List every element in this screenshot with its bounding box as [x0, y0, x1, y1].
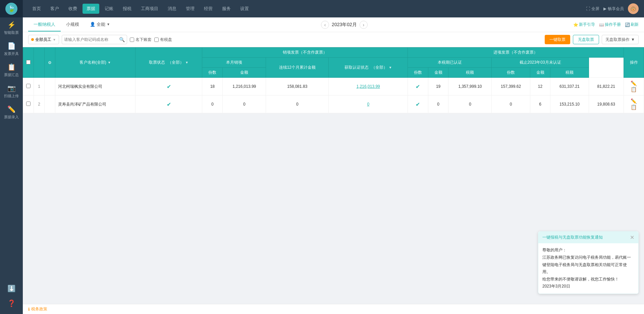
- row-p-amount2: 153,215.10: [550, 96, 589, 113]
- row-cert-status: ✔: [408, 96, 428, 113]
- th-until-date-uncertified: 截止2023年03月未认证: [492, 58, 589, 68]
- th-this-month-sales: 本月销项: [202, 58, 266, 68]
- status-bar: ℹ 税务政策: [23, 304, 644, 314]
- tab-small-scale[interactable]: 小规模: [61, 18, 85, 32]
- copy-icon[interactable]: 📋: [631, 104, 637, 110]
- row-settings: [45, 78, 55, 96]
- one-click-fetch-button[interactable]: 一键取票: [545, 35, 570, 44]
- member-button[interactable]: ▶ 畅享会员: [603, 6, 624, 12]
- nav-manage[interactable]: 管理: [182, 4, 199, 14]
- nav-bookkeeping[interactable]: 记账: [101, 4, 117, 14]
- search-box: 🔍: [62, 35, 127, 44]
- toolbar-right: 一键取票 无盘取票 无盘取票操作 ▼: [545, 35, 639, 44]
- checkbox-account-input[interactable]: [130, 38, 134, 42]
- sidebar-item-invoice-summary[interactable]: 📋 票据汇总: [0, 60, 23, 81]
- scan-upload-icon: 📷: [7, 84, 16, 92]
- sidebar-item-scan-upload[interactable]: 📷 扫描上传: [0, 81, 23, 102]
- dropdown-arrow-icon: ▼: [631, 37, 635, 42]
- sidebar-item-smart-fetch[interactable]: ⚡ 智能取票: [0, 17, 23, 39]
- search-icon[interactable]: 🔍: [119, 37, 125, 42]
- nav-tax[interactable]: 报税: [119, 4, 136, 14]
- nav-settings[interactable]: 设置: [236, 4, 253, 14]
- download-icon: ⬇️: [7, 285, 16, 293]
- nav-invoice[interactable]: 票据: [83, 4, 99, 14]
- smart-fetch-icon: ⚡: [7, 21, 16, 29]
- row-checkbox[interactable]: [23, 96, 34, 113]
- employee-select[interactable]: 全部员工 ▼: [28, 35, 59, 44]
- row-s-count: 0: [202, 96, 223, 113]
- search-input[interactable]: [64, 37, 118, 42]
- nav-service[interactable]: 服务: [218, 4, 235, 14]
- nav-customer[interactable]: 客户: [46, 4, 63, 14]
- row-s-12m: 0: [329, 96, 408, 113]
- row-s-amount: 0: [223, 96, 266, 113]
- tab-general-taxpayer[interactable]: 一般纳税人: [28, 18, 61, 32]
- no-disk-fetch-button[interactable]: 无盘取票: [573, 35, 599, 44]
- notification-title: 一键报税与无盘取票功能恢复通知: [542, 235, 603, 240]
- copy-icon[interactable]: 📋: [631, 86, 637, 92]
- sidebar-item-help[interactable]: ❓: [0, 296, 23, 311]
- issue-invoice-icon: 📄: [7, 42, 16, 50]
- person-icon: 👤: [90, 22, 95, 27]
- nav-billing[interactable]: 收费: [64, 4, 81, 14]
- edit-icon[interactable]: ✏️: [631, 98, 637, 104]
- guide-icon: ⭐: [573, 22, 578, 27]
- row-actions: ✏️ 📋: [624, 96, 644, 113]
- sidebar-item-download[interactable]: ⬇️: [0, 281, 23, 296]
- cert-status-filter-icon[interactable]: ▼: [389, 66, 392, 69]
- row-p-amount2: 631,337.21: [550, 78, 589, 96]
- top-navigation: 首页 客户 收费 票据 记账 报税 工商项目 消息 管理 经营 服务 设置 ⛶ …: [23, 0, 644, 17]
- edit-icon[interactable]: ✏️: [631, 80, 637, 86]
- sidebar-item-label: 智能取票: [4, 30, 19, 35]
- new-guide-button[interactable]: ⭐ 新手引导: [573, 22, 595, 27]
- checkbox-account[interactable]: 名下账套: [130, 37, 152, 43]
- avatar[interactable]: 🐵: [628, 3, 639, 14]
- book-icon: 📖: [599, 22, 604, 27]
- th-p-tax1: 税额: [448, 68, 492, 78]
- th-p-tax2: 税额: [550, 68, 589, 78]
- row-p-count2: 6: [530, 96, 550, 113]
- tab-all[interactable]: 👤 全能 ▼: [85, 18, 115, 32]
- row-p-tax1: 157,399.62: [492, 78, 530, 96]
- sidebar-item-data-entry[interactable]: ✏️ 票据录入: [0, 102, 23, 123]
- th-purchase-invoice-group: 进项发票（不含作废票）: [408, 48, 624, 58]
- no-disk-ops-button[interactable]: 无盘取票操作 ▼: [602, 35, 639, 44]
- sidebar: 🍃 ⚡ 智能取票 📄 发票开具 📋 票据汇总 📷 扫描上传 ✏️ 票据录入 ⬇️…: [0, 0, 23, 314]
- nav-operation[interactable]: 经营: [200, 4, 217, 14]
- manual-button[interactable]: 📖 操作手册: [599, 22, 621, 27]
- row-p-amount1: 0: [448, 96, 492, 113]
- select-all-checkbox[interactable]: [26, 60, 31, 64]
- fetch-status-filter-icon[interactable]: ▼: [185, 61, 189, 64]
- notification-close-button[interactable]: ✕: [630, 234, 634, 241]
- sidebar-item-issue-invoice[interactable]: 📄 发票开具: [0, 39, 23, 60]
- row-checkbox[interactable]: [23, 78, 34, 96]
- nav-business[interactable]: 工商项目: [137, 4, 162, 14]
- customer-filter-icon[interactable]: ▼: [108, 61, 111, 64]
- nav-home[interactable]: 首页: [28, 4, 45, 14]
- row-p-tax1: 0: [492, 96, 530, 113]
- fullscreen-button[interactable]: ⛶ 全屏: [586, 6, 599, 12]
- prev-month-button[interactable]: ‹: [321, 21, 329, 29]
- refresh-button[interactable]: 🔄 刷新: [625, 22, 639, 27]
- th-cert-status: 获取认证状态（全部） ▼: [329, 58, 408, 78]
- row-s-12m: 1,216,013.99: [329, 78, 408, 96]
- notification-panel: 一键报税与无盘取票功能恢复通知 ✕ 尊敬的用户： 江苏政务网已恢复访问电子税务局…: [538, 231, 639, 294]
- top-right-actions: ⛶ 全屏 ▶ 畅享会员 🐵: [586, 3, 639, 14]
- dropdown-icon: ▼: [53, 38, 56, 42]
- th-customer-name: 客户名称(全部) ▼: [55, 48, 136, 78]
- row-index: 1: [34, 78, 45, 96]
- th-p-amount2: 金额: [530, 68, 550, 78]
- sidebar-logo: 🍃: [0, 0, 23, 17]
- tax-policy-link[interactable]: ℹ 税务政策: [28, 306, 47, 312]
- checkbox-tax-disk[interactable]: 有税盘: [154, 37, 172, 43]
- row-s-tax: 158,081.83: [266, 78, 329, 96]
- nav-message[interactable]: 消息: [164, 4, 180, 14]
- next-month-button[interactable]: ›: [360, 21, 368, 29]
- checkbox-tax-disk-input[interactable]: [154, 38, 159, 42]
- row-fetch-status: ✔: [135, 78, 202, 96]
- notification-body: 尊敬的用户： 江苏政务网已恢复访问电子税务局功能，易代账一键登陆电子税务局与无盘…: [538, 243, 638, 294]
- th-sales-invoice-group: 销项发票（不含作废票）: [202, 48, 408, 58]
- row-s-amount: 1,216,013.99: [223, 78, 266, 96]
- table-row: 1 河北柯瑞枫实业有限公司 ✔ 18 1,216,013.99 158,081.…: [23, 78, 644, 96]
- row-settings: [45, 96, 55, 113]
